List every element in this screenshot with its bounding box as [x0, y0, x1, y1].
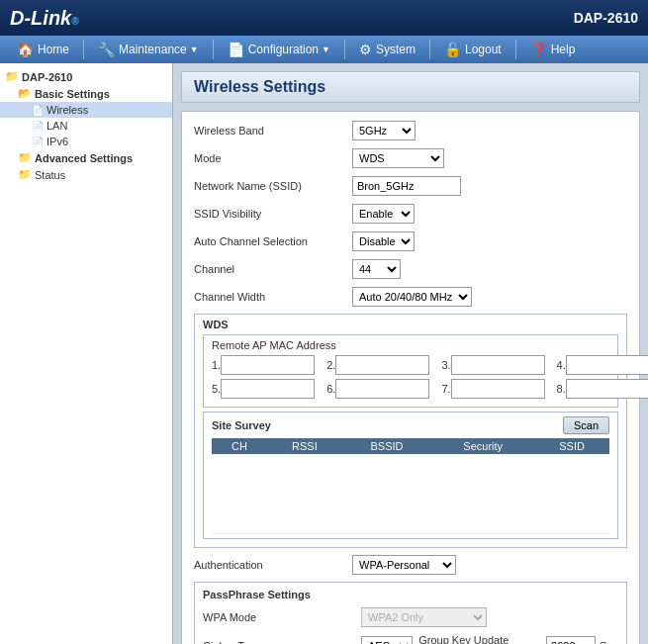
logout-icon: 🔓 — [444, 42, 461, 57]
maintenance-arrow: ▼ — [190, 45, 199, 54]
doc-icon-wireless: 📄 — [32, 105, 44, 116]
mac-input-4[interactable] — [566, 355, 648, 375]
mac-num-2: 2. — [326, 359, 335, 371]
sidebar-item-advanced-settings[interactable]: 📁 Advanced Settings — [0, 149, 172, 166]
survey-col-rssi: RSSI — [267, 438, 342, 454]
wireless-band-row: Wireless Band 5GHz 2.4GHz — [194, 120, 627, 141]
nav-sep-5 — [515, 40, 516, 59]
survey-header-row: CH RSSI BSSID Security SSID — [212, 438, 609, 454]
doc-icon-lan: 📄 — [32, 121, 44, 132]
ssid-input[interactable] — [352, 176, 461, 196]
ssid-label: Network Name (SSID) — [194, 180, 352, 192]
sidebar-item-dap2610[interactable]: 📁 DAP-2610 — [0, 68, 172, 85]
auto-channel-label: Auto Channel Selection — [194, 235, 352, 247]
mac-input-6[interactable] — [335, 379, 429, 399]
ssid-visibility-row: SSID Visibility Enable Disable — [194, 203, 627, 225]
mac-row-2: 5. 6. 7. 8. — [212, 379, 609, 399]
sidebar: 📁 DAP-2610 📂 Basic Settings 📄 Wireless 📄… — [0, 63, 173, 644]
nav-system[interactable]: ⚙ System — [347, 36, 427, 63]
auto-channel-select[interactable]: Disable Enable — [352, 231, 415, 251]
nav-sep-3 — [344, 40, 345, 59]
wpa-mode-row: WPA Mode WPA2 Only WPA Only Auto(WPA or … — [203, 606, 618, 628]
channel-row: Channel 44 Auto 36 40 48 — [194, 258, 627, 280]
nav-maintenance[interactable]: 🔧 Maintenance ▼ — [86, 36, 211, 63]
mac-input-8[interactable] — [566, 379, 648, 399]
sidebar-item-status[interactable]: 📁 Status — [0, 166, 172, 183]
auth-row: Authentication WPA-Personal Open System … — [194, 554, 627, 576]
model-label: DAP-2610 — [574, 10, 638, 26]
nav-logout-label: Logout — [465, 43, 502, 56]
sidebar-label-ipv6: IPv6 — [46, 136, 68, 147]
mac-row-1: 1. 2. 3. 4. — [212, 355, 609, 375]
wds-box: WDS Remote AP MAC Address 1. 2. 3. 4. — [194, 314, 627, 548]
wpa-mode-control: WPA2 Only WPA Only Auto(WPA or WPA2) — [361, 607, 487, 627]
mode-select[interactable]: WDS Access Point WDS with AP — [352, 148, 444, 168]
sec-label: Sec — [600, 640, 618, 645]
nav-help[interactable]: ❓ Help — [518, 36, 588, 63]
ssid-visibility-select[interactable]: Enable Disable — [352, 204, 415, 224]
ssid-visibility-label: SSID Visibility — [194, 208, 352, 220]
sidebar-item-basic-settings[interactable]: 📂 Basic Settings — [0, 85, 172, 102]
group-update-label: Group Key Update Interval — [418, 634, 540, 645]
mac-num-8: 8. — [557, 383, 566, 395]
survey-table: CH RSSI BSSID Security SSID — [212, 438, 609, 534]
mac-input-3[interactable] — [451, 355, 545, 375]
mode-row: Mode WDS Access Point WDS with AP — [194, 147, 627, 169]
survey-col-bssid: BSSID — [342, 438, 431, 454]
sidebar-label-lan: LAN — [46, 120, 67, 132]
sidebar-item-lan[interactable]: 📄 LAN — [0, 118, 172, 134]
mac-input-1[interactable] — [221, 355, 315, 375]
mac-input-2[interactable] — [335, 355, 429, 375]
auth-select[interactable]: WPA-Personal Open System WPA-Enterprise — [352, 555, 456, 575]
auto-channel-control: Disable Enable — [352, 231, 415, 251]
channel-label: Channel — [194, 263, 352, 275]
sidebar-label-wireless: Wireless — [46, 104, 88, 116]
channel-select[interactable]: 44 Auto 36 40 48 — [352, 259, 401, 279]
channel-width-control: Auto 20/40/80 MHz 20 MHz — [352, 287, 472, 307]
wpa-mode-label: WPA Mode — [203, 611, 361, 623]
wireless-band-control: 5GHz 2.4GHz — [352, 121, 416, 140]
survey-table-body — [212, 454, 609, 533]
cipher-select[interactable]: AES TKIP Auto — [361, 636, 413, 645]
sidebar-item-ipv6[interactable]: 📄 IPv6 — [0, 134, 172, 149]
main-content: 📁 DAP-2610 📂 Basic Settings 📄 Wireless 📄… — [0, 63, 648, 644]
ssid-visibility-control: Enable Disable — [352, 204, 415, 224]
wpa-mode-select[interactable]: WPA2 Only WPA Only Auto(WPA or WPA2) — [361, 607, 487, 627]
header: D-Link® DAP-2610 — [0, 0, 648, 36]
mac-num-7: 7. — [441, 383, 450, 395]
remote-ap-title: Remote AP MAC Address — [212, 339, 609, 351]
configuration-icon: 📄 — [228, 42, 244, 57]
help-icon: ❓ — [530, 42, 547, 57]
wds-title: WDS — [203, 319, 618, 330]
group-update-input[interactable] — [546, 636, 596, 645]
sidebar-item-wireless[interactable]: 📄 Wireless — [0, 102, 172, 118]
nav-sep-2 — [213, 40, 214, 59]
nav-logout[interactable]: 🔓 Logout — [432, 36, 513, 63]
channel-width-row: Channel Width Auto 20/40/80 MHz 20 MHz — [194, 286, 627, 308]
wireless-band-select[interactable]: 5GHz 2.4GHz — [352, 121, 416, 140]
maintenance-icon: 🔧 — [98, 42, 115, 57]
mac-input-7[interactable] — [451, 379, 545, 399]
nav-configuration-label: Configuration — [248, 43, 319, 56]
auth-label: Authentication — [194, 559, 352, 571]
channel-width-select[interactable]: Auto 20/40/80 MHz 20 MHz — [352, 287, 472, 307]
scan-button[interactable]: Scan — [563, 416, 609, 434]
sidebar-label-advanced-settings: Advanced Settings — [35, 152, 133, 164]
nav-home[interactable]: 🏠 Home — [5, 36, 81, 63]
nav-system-label: System — [376, 43, 416, 56]
survey-col-ssid: SSID — [534, 438, 609, 454]
nav-home-label: Home — [38, 43, 69, 56]
configuration-arrow: ▼ — [322, 45, 330, 54]
home-icon: 🏠 — [17, 42, 34, 57]
auto-channel-row: Auto Channel Selection Disable Enable — [194, 230, 627, 252]
channel-width-label: Channel Width — [194, 291, 352, 303]
site-survey-title: Site Survey — [212, 419, 271, 431]
folder-icon-status: 📁 — [18, 168, 32, 181]
survey-col-ch: CH — [212, 438, 267, 454]
nav-sep-4 — [429, 40, 430, 59]
nav-configuration[interactable]: 📄 Configuration ▼ — [216, 36, 342, 63]
nav-sep-1 — [83, 40, 84, 59]
ssid-control — [352, 176, 461, 196]
sidebar-label-dap2610: DAP-2610 — [22, 71, 72, 83]
mac-input-5[interactable] — [221, 379, 315, 399]
